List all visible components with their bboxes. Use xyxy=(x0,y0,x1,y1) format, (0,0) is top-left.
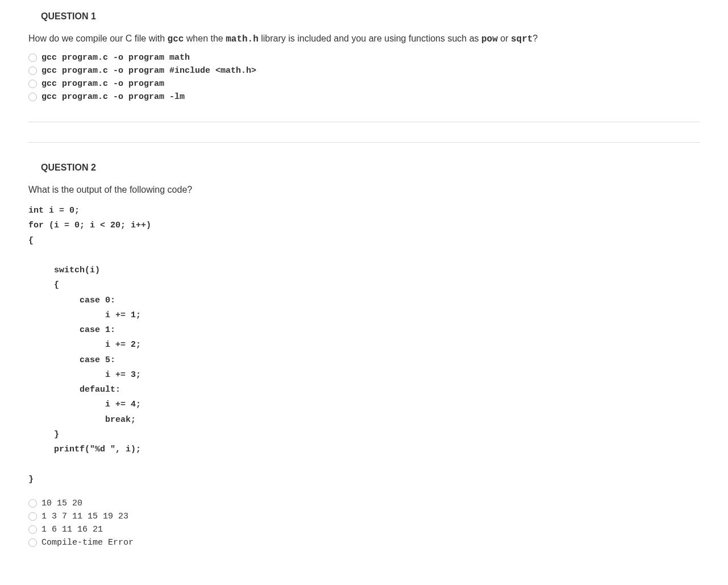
radio-icon[interactable] xyxy=(28,538,37,547)
radio-icon[interactable] xyxy=(28,93,37,101)
radio-icon[interactable] xyxy=(28,499,37,508)
q1-text-2: when the xyxy=(184,34,226,43)
question-2: QUESTION 2 What is the output of the fol… xyxy=(28,163,700,547)
q1-option-3-label: gcc program.c -o program -lm xyxy=(41,92,185,102)
q2-option-0[interactable]: 10 15 20 xyxy=(28,499,700,508)
question-2-title: QUESTION 2 xyxy=(41,163,700,173)
q2-option-0-label: 10 15 20 xyxy=(41,499,82,508)
q1-option-0[interactable]: gcc program.c -o program math xyxy=(28,53,700,63)
q1-option-2-label: gcc program.c -o program xyxy=(41,79,164,89)
divider xyxy=(28,142,700,143)
radio-icon[interactable] xyxy=(28,80,37,88)
q1-text-5: ? xyxy=(533,34,538,43)
q1-code-pow: pow xyxy=(481,34,498,44)
q2-option-3-label: Compile-time Error xyxy=(41,538,134,547)
question-1-options: gcc program.c -o program math gcc progra… xyxy=(28,53,700,102)
q1-text-4: or xyxy=(498,34,511,43)
question-1-prompt: How do we compile our C file with gcc wh… xyxy=(28,32,700,46)
radio-icon[interactable] xyxy=(28,67,37,75)
q2-option-1[interactable]: 1 3 7 11 15 19 23 xyxy=(28,512,700,521)
q2-option-3[interactable]: Compile-time Error xyxy=(28,538,700,547)
q1-option-0-label: gcc program.c -o program math xyxy=(41,53,190,63)
question-1: QUESTION 1 How do we compile our C file … xyxy=(28,11,700,102)
q1-option-1-label: gcc program.c -o program #include <math.… xyxy=(41,66,256,76)
q2-option-2[interactable]: 1 6 11 16 21 xyxy=(28,525,700,534)
q1-option-1[interactable]: gcc program.c -o program #include <math.… xyxy=(28,66,700,76)
radio-icon[interactable] xyxy=(28,525,37,534)
q1-code-sqrt: sqrt xyxy=(511,34,533,44)
q2-option-2-label: 1 6 11 16 21 xyxy=(41,525,103,534)
question-2-prompt: What is the output of the following code… xyxy=(28,183,700,197)
question-2-code: int i = 0; for (i = 0; i < 20; i++) { sw… xyxy=(28,204,700,487)
radio-icon[interactable] xyxy=(28,512,37,521)
divider xyxy=(28,122,700,122)
radio-icon[interactable] xyxy=(28,53,37,62)
q1-code-gcc: gcc xyxy=(168,34,184,44)
q2-option-1-label: 1 3 7 11 15 19 23 xyxy=(41,512,128,521)
q1-code-mathh: math.h xyxy=(226,34,259,44)
q1-option-3[interactable]: gcc program.c -o program -lm xyxy=(28,92,700,102)
question-2-options: 10 15 20 1 3 7 11 15 19 23 1 6 11 16 21 … xyxy=(28,499,700,547)
q1-text-3: library is included and you are using fu… xyxy=(259,34,481,43)
q1-option-2[interactable]: gcc program.c -o program xyxy=(28,79,700,89)
question-1-title: QUESTION 1 xyxy=(41,11,700,22)
q1-text-1: How do we compile our C file with xyxy=(28,34,168,43)
